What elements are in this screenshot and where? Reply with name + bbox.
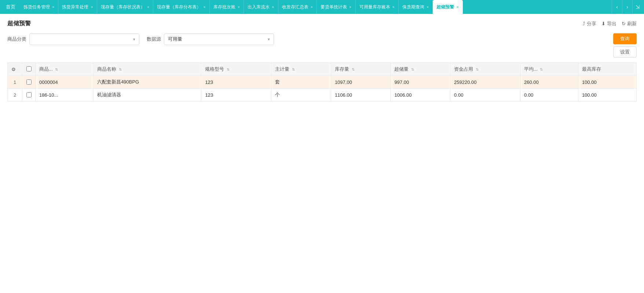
row-checkbox-1[interactable] — [26, 92, 32, 97]
th-product-code[interactable]: 商品... ⇅ — [36, 63, 94, 76]
close-tab-8[interactable]: × — [392, 5, 395, 9]
category-label: 商品分类 — [7, 36, 26, 42]
row-max-stock-1: 100.00 — [578, 89, 636, 101]
page-header: 超储预警 ⤴ 分享 ⬇ 导出 ↻ 刷新 — [7, 20, 637, 27]
th-over-stock[interactable]: 超储量 ⇅ — [391, 63, 450, 76]
nav-tab-10[interactable]: 超储预警 × — [433, 0, 462, 14]
nav-tab-8[interactable]: 可用量库存账本 × — [356, 0, 399, 14]
sort-icon-stock: ⇅ — [352, 67, 355, 71]
row-avg-0: 260.00 — [520, 76, 578, 89]
close-tab-2[interactable]: × — [147, 5, 149, 9]
th-spec[interactable]: 规格型号 ⇅ — [201, 63, 271, 76]
sort-icon-spec: ⇅ — [227, 67, 230, 71]
sort-icon-unit: ⇅ — [292, 67, 295, 71]
gear-icon: ⚙ — [11, 67, 16, 72]
row-over-stock-0: 997.00 — [391, 76, 450, 89]
nav-tab-0[interactable]: 拣货任务管理 × — [20, 0, 58, 14]
nav-tab-5[interactable]: 出入库流水 × — [244, 0, 278, 14]
nav-tab-7[interactable]: 要货单统计表 × — [317, 0, 355, 14]
row-spec-1: 123 — [201, 89, 271, 101]
page-content: 超储预警 ⤴ 分享 ⬇ 导出 ↻ 刷新 商品分类 — [0, 14, 644, 293]
sort-icon-capital: ⇅ — [476, 67, 479, 71]
nav-tab-1[interactable]: 拣货异常处理 × — [58, 0, 97, 14]
row-avg-1: 0.00 — [520, 89, 578, 101]
query-button[interactable]: 查询 — [613, 33, 637, 44]
row-num-1: 2 — [8, 89, 22, 101]
th-settings[interactable]: ⚙ — [8, 63, 22, 76]
row-stock-0: 1097.00 — [331, 76, 391, 89]
category-filter-group: 商品分类 ▾ — [7, 33, 139, 45]
data-table: ⚙ 商品... ⇅ 商品名称 ⇅ 规格型号 ⇅ 主计量 — [7, 63, 637, 101]
row-product-code-1: 186-10... — [36, 89, 94, 101]
row-unit-0: 套 — [271, 76, 331, 89]
datasource-value: 可用量 — [168, 36, 182, 42]
select-all-checkbox[interactable] — [26, 66, 32, 71]
datasource-select-arrow: ▾ — [268, 37, 270, 42]
nav-home[interactable]: 首页 — [1, 4, 20, 10]
close-tab-6[interactable]: × — [311, 5, 313, 9]
row-product-name-0: 六配套新昌490BPG — [93, 76, 201, 89]
datasource-select[interactable]: 可用量 ▾ — [164, 33, 274, 45]
table-row: 2 186-10... 机油滤清器 123 个 1106.00 1006.00 … — [8, 89, 637, 101]
close-tab-3[interactable]: × — [203, 5, 205, 9]
row-checkbox-cell-0[interactable] — [22, 76, 36, 89]
row-product-name-1: 机油滤清器 — [93, 89, 201, 101]
page-title: 超储预警 — [7, 20, 31, 27]
export-button[interactable]: ⬇ 导出 — [601, 21, 616, 27]
th-checkbox[interactable] — [22, 63, 36, 76]
header-actions: ⤴ 分享 ⬇ 导出 ↻ 刷新 — [583, 21, 637, 27]
top-navigation: 首页 拣货任务管理 × 拣货异常处理 × 现存量（库存状况表） × 现存量（库存… — [0, 0, 644, 14]
nav-prev-btn[interactable]: ‹ — [612, 0, 622, 14]
nav-tab-2[interactable]: 现存量（库存状况表） × — [97, 0, 153, 14]
sort-icon-over-stock: ⇅ — [411, 67, 414, 71]
row-capital-0: 259220.00 — [450, 76, 520, 89]
close-tab-10[interactable]: × — [456, 5, 458, 9]
nav-tab-4[interactable]: 库存批次账 × — [210, 0, 244, 14]
nav-arrows: ‹ › ⇲ — [612, 0, 643, 14]
nav-expand-btn[interactable]: ⇲ — [632, 0, 643, 14]
close-tab-7[interactable]: × — [349, 5, 351, 9]
datasource-label: 数据源 — [147, 36, 161, 42]
nav-tab-6[interactable]: 收发存汇总表 × — [278, 0, 317, 14]
row-stock-1: 1106.00 — [331, 89, 391, 101]
th-product-name[interactable]: 商品名称 ⇅ — [93, 63, 201, 76]
th-max-stock[interactable]: 最高库存 — [578, 63, 636, 76]
category-select-arrow: ▾ — [133, 37, 135, 42]
settings-button[interactable]: 设置 — [613, 47, 637, 58]
row-checkbox-0[interactable] — [26, 79, 32, 85]
nav-next-btn[interactable]: › — [622, 0, 632, 14]
row-spec-0: 123 — [201, 76, 271, 89]
sort-icon-product-name: ⇅ — [119, 67, 122, 71]
row-unit-1: 个 — [271, 89, 331, 101]
nav-tab-9[interactable]: 保质期查询 × — [399, 0, 433, 14]
refresh-button[interactable]: ↻ 刷新 — [622, 21, 637, 27]
export-icon: ⬇ — [601, 21, 605, 26]
datasource-filter-group: 数据源 可用量 ▾ — [147, 33, 274, 45]
table-row: 1 0000004 六配套新昌490BPG 123 套 1097.00 997.… — [8, 76, 637, 89]
filter-row: 商品分类 ▾ 数据源 可用量 ▾ — [7, 33, 607, 45]
close-tab-9[interactable]: × — [427, 5, 429, 9]
nav-tab-3[interactable]: 现存量（库存分布表） × — [153, 0, 209, 14]
category-select[interactable]: ▾ — [29, 33, 139, 45]
close-tab-0[interactable]: × — [52, 5, 54, 9]
share-icon: ⤴ — [583, 21, 585, 26]
sort-icon-avg: ⇅ — [540, 67, 543, 71]
refresh-icon: ↻ — [622, 21, 626, 26]
sort-icon-product-code: ⇅ — [55, 67, 58, 71]
th-stock[interactable]: 库存量 ⇅ — [331, 63, 391, 76]
row-capital-1: 0.00 — [450, 89, 520, 101]
close-tab-5[interactable]: × — [272, 5, 274, 9]
close-tab-1[interactable]: × — [91, 5, 93, 9]
share-button[interactable]: ⤴ 分享 — [583, 21, 596, 27]
th-unit[interactable]: 主计量 ⇅ — [271, 63, 331, 76]
close-tab-4[interactable]: × — [238, 5, 240, 9]
row-over-stock-1: 1006.00 — [391, 89, 450, 101]
table-header-row: ⚙ 商品... ⇅ 商品名称 ⇅ 规格型号 ⇅ 主计量 — [8, 63, 637, 76]
row-max-stock-0: 100.00 — [578, 76, 636, 89]
row-num-0: 1 — [8, 76, 22, 89]
row-product-code-0: 0000004 — [36, 76, 94, 89]
th-capital[interactable]: 资金占用 ⇅ — [450, 63, 520, 76]
row-checkbox-cell-1[interactable] — [22, 89, 36, 101]
th-avg[interactable]: 平均... ⇅ — [520, 63, 578, 76]
